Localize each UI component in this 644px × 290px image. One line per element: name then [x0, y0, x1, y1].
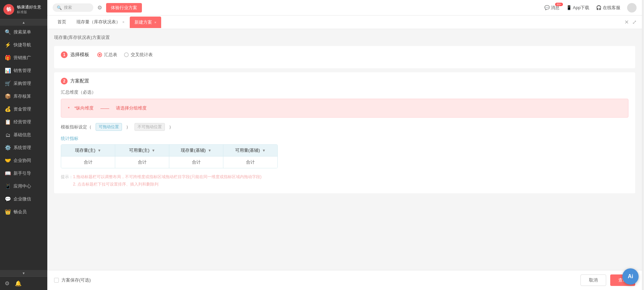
tips-section: 提示：1.拖动标题栏可以调整布局，不可跨维度或指标区域拖动栏目字段(只能在同一维… [61, 173, 628, 188]
col-current-main-label: 现存量(主) [75, 147, 96, 153]
step1-badge: 1 [61, 51, 68, 58]
radio-summary-label: 汇总表 [104, 52, 117, 58]
expand-window-icon[interactable]: ⤢ [632, 19, 637, 25]
app-name: 畅康通好生意 [17, 4, 41, 10]
radio-summary[interactable]: 汇总表 [97, 52, 117, 58]
sidebar-item-label: 新手引导 [14, 170, 31, 176]
col-current-main[interactable]: 现存量(主) ▼ [61, 145, 115, 156]
bottombar: 方案保存(可选) 取消 查询 [47, 270, 642, 290]
sidebar-item-operations[interactable]: 📋 经营管理 [0, 116, 47, 128]
operations-icon: 📋 [5, 119, 11, 125]
finance-icon: 💰 [5, 106, 11, 112]
sidebar-item-marketing[interactable]: 🎁 营销推广 [0, 51, 47, 64]
sidebar-item-label: 搜索菜单 [14, 29, 31, 35]
radio-cross[interactable]: 交叉统计表 [124, 52, 153, 58]
indicator-setting-label: 模板指标设定（ [61, 124, 92, 130]
tab-new-plan[interactable]: 新建方案 × [130, 17, 161, 28]
step1-title: 选择模板 [70, 52, 89, 58]
tab-home[interactable]: 首页 [53, 16, 71, 28]
stat-table-body-row: 合计 合计 合计 合计 [61, 156, 277, 168]
app-version: 标准版 [17, 10, 41, 15]
settings-icon[interactable]: ⚙ [5, 280, 9, 287]
search-placeholder: 搜索 [64, 5, 72, 10]
stat-section-title: 统计指标 [61, 136, 628, 142]
message-count: 99+ [555, 3, 563, 6]
col-available-main-chevron[interactable]: ▼ [151, 148, 155, 152]
vertical-dimension-label: *纵向维度 [74, 105, 94, 111]
sidebar-item-basic-info[interactable]: 🗂 基础信息 [0, 128, 47, 141]
sidebar-item-member[interactable]: 👑 畅会员 [0, 206, 47, 218]
col-available-aux-chevron[interactable]: ▼ [262, 148, 266, 152]
save-label: 方案保存(可选) [61, 277, 91, 283]
sidebar-item-quick-nav[interactable]: ⚡ 快捷导航 [0, 39, 47, 51]
member-icon: 👑 [5, 209, 11, 215]
user-avatar[interactable] [627, 3, 637, 13]
cancel-button[interactable]: 取消 [580, 274, 606, 286]
tip2-text: 2. 点击标题栏下拉可设置排序、插入列和删除列 [73, 181, 628, 188]
required-star: * [68, 106, 70, 111]
save-checkbox[interactable] [54, 278, 59, 283]
sidebar-item-newbie[interactable]: 📖 新手引导 [0, 167, 47, 180]
system-icon: ⚙️ [5, 145, 11, 151]
message-badge[interactable]: 💬 消息 99+ [544, 5, 560, 11]
cell-current-aux-subtotal: 合计 [169, 156, 223, 168]
headset-icon: 🎧 [596, 5, 601, 10]
resize-handle[interactable] [642, 0, 644, 290]
search-icon: 🔍 [57, 5, 62, 10]
sidebar-item-label: 快捷导航 [14, 42, 31, 48]
save-checkbox-row[interactable]: 方案保存(可选) [54, 277, 91, 283]
dimension-box[interactable]: * *纵向维度 —— 请选择分组维度 [61, 99, 628, 118]
page-title: 现存量(库存状况表)方案设置 [54, 34, 635, 41]
sidebar-item-finance[interactable]: 💰 资金管理 [0, 103, 47, 116]
content-area: 现存量(库存状况表)方案设置 1 选择模板 汇总表 交叉统计表 [47, 29, 642, 270]
app-center-icon: 📱 [5, 183, 11, 189]
logo-icon: 畅 [3, 4, 14, 15]
enterprise-icon: 🤝 [5, 158, 11, 164]
col-current-main-chevron[interactable]: ▼ [97, 148, 101, 152]
sidebar-item-enterprise[interactable]: 🤝 企业协同 [0, 154, 47, 167]
tip-text: 提示：1.拖动标题栏可以调整布局，不可跨维度或指标区域拖动栏目字段(只能在同一维… [61, 173, 628, 181]
sales-icon: 📊 [5, 68, 11, 74]
sidebar-item-app-center[interactable]: 📱 应用中心 [0, 180, 47, 193]
sidebar-item-wechat[interactable]: 💬 企业微信 [0, 193, 47, 206]
dimension-divider: —— [100, 106, 109, 111]
tab-new-plan-close[interactable]: × [154, 20, 156, 24]
step2-badge: 2 [61, 78, 68, 84]
sidebar-bottom: ⚙ 🔔 [0, 276, 47, 290]
ai-assistant-button[interactable]: Ai [622, 268, 639, 285]
col-available-main-label: 可用量(主) [129, 147, 150, 153]
sidebar-item-system[interactable]: ⚙️ 系统管理 [0, 141, 47, 154]
indicator-setting-row: 模板指标设定（ 可拖动位置 ） 不可拖动位置 ） [61, 123, 628, 131]
sidebar-item-label: 经营管理 [14, 119, 31, 125]
close-window-icon[interactable]: ✕ [624, 19, 629, 25]
tab-inventory-close[interactable]: × [122, 20, 124, 24]
col-available-aux[interactable]: 可用量(基辅) ▼ [223, 145, 277, 156]
sidebar-scroll-up[interactable]: ▲ [0, 19, 47, 26]
col-available-aux-label: 可用量(基辅) [235, 147, 260, 153]
indicator-setting-suffix: ） [126, 124, 130, 130]
col-current-aux[interactable]: 现存量(基辅) ▼ [169, 145, 223, 156]
cell-available-aux-subtotal: 合计 [223, 156, 277, 168]
marketing-icon: 🎁 [5, 55, 11, 61]
sidebar-item-purchase[interactable]: 🛒 采购管理 [0, 77, 47, 90]
sidebar-item-inventory[interactable]: 📦 库存核算 [0, 90, 47, 103]
sidebar-item-label: 营销推广 [14, 55, 31, 61]
col-current-aux-chevron[interactable]: ▼ [208, 148, 212, 152]
sidebar-scroll-down[interactable]: ▼ [0, 270, 47, 276]
tab-inventory-label: 现存量（库存状况表） [76, 19, 120, 25]
online-service-link[interactable]: 🎧 在线客服 [596, 5, 620, 11]
industry-plan-button[interactable]: 体验行业方案 [106, 3, 142, 13]
sound-icon[interactable]: 🔔 [15, 280, 22, 287]
search-box[interactable]: 🔍 搜索 [53, 3, 93, 12]
tab-home-label: 首页 [57, 19, 66, 25]
app-download-link[interactable]: 📱 App下载 [566, 5, 589, 11]
sidebar-item-label: 畅会员 [14, 209, 27, 215]
col-available-main[interactable]: 可用量(主) ▼ [115, 145, 169, 156]
sidebar-item-search[interactable]: 🔍 搜索菜单 [0, 26, 47, 39]
sidebar-nav: 🔍 搜索菜单 ⚡ 快捷导航 🎁 营销推广 📊 销售管理 🛒 采购管理 📦 库存核… [0, 26, 47, 270]
sidebar-item-sales[interactable]: 📊 销售管理 [0, 64, 47, 77]
radio-cross-circle [124, 52, 129, 57]
topbar-gear-icon[interactable]: ⚙ [97, 4, 102, 11]
summary-dimension-label: 汇总维度（必选） [61, 89, 628, 95]
tab-inventory[interactable]: 现存量（库存状况表） × [72, 16, 129, 28]
